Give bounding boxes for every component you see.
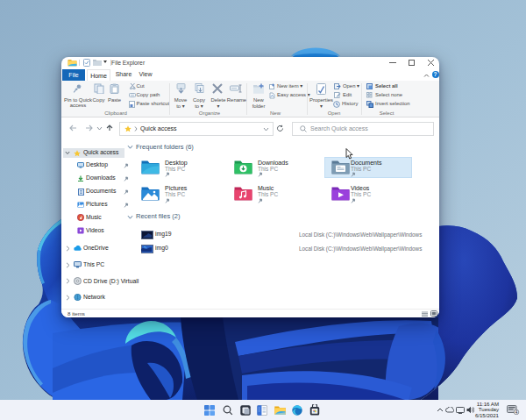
svg-text:4: 4 xyxy=(515,410,518,415)
